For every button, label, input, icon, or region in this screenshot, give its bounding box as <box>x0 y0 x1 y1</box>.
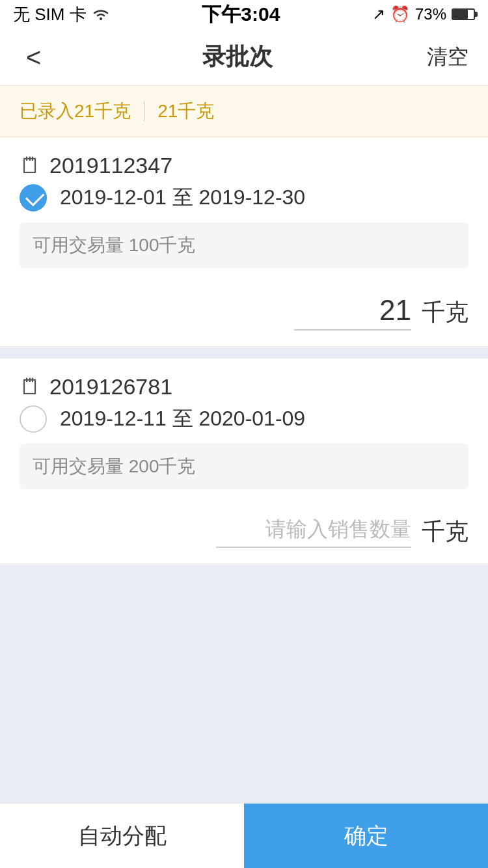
status-time: 下午3:04 <box>202 1 280 28</box>
batch-1-unit: 千克 <box>422 297 468 329</box>
batch-card-1: 🗒 2019112347 2019-12-01 至 2019-12-30 可用交… <box>0 137 488 347</box>
batch-1-radio[interactable] <box>20 184 47 211</box>
status-bar: 无 SIM 卡 下午3:04 ↗ ⏰ 73% <box>0 0 488 29</box>
back-button[interactable]: < <box>20 38 47 77</box>
batch-2-input-line <box>216 547 411 548</box>
info-banner: 已录入21千克 21千克 <box>0 86 488 137</box>
wifi-icon <box>92 8 110 21</box>
batch-2-input-placeholder[interactable]: 请输入销售数量 <box>265 515 411 544</box>
batch-card-2: 🗒 2019126781 2019-12-11 至 2020-01-09 可用交… <box>0 359 488 564</box>
auto-distribute-button[interactable]: 自动分配 <box>0 804 244 868</box>
page-title: 录批次 <box>202 41 273 73</box>
batch-1-availability: 可用交易量 100千克 <box>20 223 468 268</box>
alarm-icon: ⏰ <box>390 5 410 23</box>
batch-2-date: 2019-12-11 至 2020-01-09 <box>60 405 305 433</box>
recorded-amount: 已录入21千克 <box>20 99 131 124</box>
batch-1-date-row: 2019-12-01 至 2019-12-30 <box>0 183 488 223</box>
batch-2-radio[interactable] <box>20 405 47 433</box>
batch-2-availability: 可用交易量 200千克 <box>20 444 468 489</box>
batch-2-header: 🗒 2019126781 <box>0 359 488 405</box>
location-icon: ↗ <box>372 5 385 23</box>
bottom-bar: 自动分配 确定 <box>0 803 488 868</box>
batch-1-date: 2019-12-01 至 2019-12-30 <box>60 183 305 212</box>
section-separator <box>0 348 488 359</box>
battery-icon <box>452 8 475 20</box>
status-right: ↗ ⏰ 73% <box>372 5 475 23</box>
total-amount: 21千克 <box>157 99 214 124</box>
no-sim-text: 无 SIM 卡 <box>13 3 87 26</box>
confirm-button[interactable]: 确定 <box>244 804 488 868</box>
nav-bar: < 录批次 清空 <box>0 29 488 86</box>
batch-1-header: 🗒 2019112347 <box>0 137 488 183</box>
clear-button[interactable]: 清空 <box>427 43 468 72</box>
batch-1-id: 2019112347 <box>49 153 172 178</box>
batch-2-icon: 🗒 <box>20 374 42 400</box>
status-left: 无 SIM 卡 <box>13 3 110 26</box>
svg-point-0 <box>100 18 102 20</box>
battery-percent: 73% <box>415 5 446 23</box>
batch-2-unit: 千克 <box>422 516 468 548</box>
info-divider <box>144 102 144 121</box>
batch-2-date-row: 2019-12-11 至 2020-01-09 <box>0 405 488 444</box>
batch-1-quantity-value[interactable]: 21 <box>379 294 411 327</box>
batch-1-quantity-row: 21 千克 <box>0 278 488 347</box>
batch-2-id: 2019126781 <box>49 374 172 400</box>
batch-1-icon: 🗒 <box>20 153 42 178</box>
batch-1-input-line <box>294 329 411 331</box>
batch-2-input-row: 请输入销售数量 千克 <box>0 500 488 564</box>
